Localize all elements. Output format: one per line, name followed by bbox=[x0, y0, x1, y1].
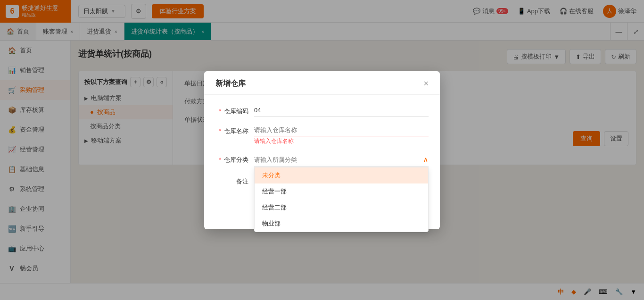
category-option-dept2[interactable]: 经营二部 bbox=[255, 200, 428, 216]
category-toggle-icon[interactable]: ∧ bbox=[423, 155, 429, 164]
modal-overlay[interactable]: 新增仓库 × * 仓库编码 * 仓库名称 bbox=[0, 0, 644, 300]
category-option-dept1[interactable]: 经营一部 bbox=[255, 183, 428, 200]
form-row-warehouse-code: * 仓库编码 bbox=[215, 104, 429, 117]
modal-add-warehouse: 新增仓库 × * 仓库编码 * 仓库名称 bbox=[204, 71, 440, 229]
modal-title: 新增仓库 bbox=[215, 79, 246, 89]
modal-header: 新增仓库 × bbox=[204, 71, 440, 95]
warehouse-name-error: 请输入仓库名称 bbox=[254, 137, 429, 145]
category-option-unclassified[interactable]: 未分类 bbox=[255, 167, 428, 183]
modal-close-button[interactable]: × bbox=[423, 79, 429, 89]
warehouse-name-input[interactable] bbox=[254, 124, 429, 136]
category-wrap: ∧ 未分类 经营一部 经营二部 物业部 bbox=[254, 153, 429, 167]
form-row-warehouse-name: * 仓库名称 请输入仓库名称 bbox=[215, 124, 429, 145]
category-option-property[interactable]: 物业部 bbox=[255, 216, 428, 232]
category-input[interactable] bbox=[254, 156, 423, 163]
category-dropdown: 未分类 经营一部 经营二部 物业部 bbox=[254, 167, 429, 232]
modal-body: * 仓库编码 * 仓库名称 请输入仓库名称 bbox=[204, 95, 440, 202]
warehouse-code-input[interactable] bbox=[254, 104, 429, 117]
form-row-warehouse-category: * 仓库分类 ∧ 未分类 经营一部 经营二部 物业部 bbox=[215, 153, 429, 167]
